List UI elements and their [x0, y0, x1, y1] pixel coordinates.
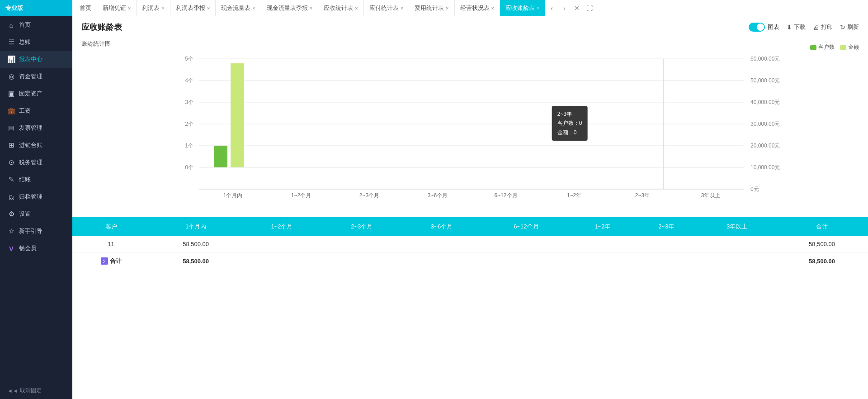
footer-m2-3: [322, 252, 402, 270]
bar-customer-0: [214, 146, 227, 167]
cell-m6-12: [482, 236, 571, 252]
refresh-button[interactable]: ↻ 刷新: [840, 23, 859, 31]
tab-profit-quarter[interactable]: 利润表季报 ×: [170, 0, 216, 16]
sidebar-item-label: 总账: [19, 38, 31, 46]
refresh-label: 刷新: [847, 23, 859, 31]
sidebar-item-label: 结账: [19, 176, 31, 184]
print-button[interactable]: 🖨 打印: [813, 23, 833, 31]
tab-biz-status-close[interactable]: ×: [491, 5, 494, 11]
col-m2-3: 2~3个月: [322, 217, 402, 236]
tab-profit[interactable]: 利润表 ×: [137, 0, 170, 16]
sidebar-item-invoice[interactable]: ▤ 发票管理: [0, 119, 72, 137]
download-button[interactable]: ⬇ 下载: [787, 23, 806, 31]
chart-svg: 5个 4个 3个 2个 1个 0个 60,000.00元 50,000.00元 …: [81, 52, 859, 205]
member-icon: V: [7, 245, 15, 252]
tab-home[interactable]: 首页: [74, 0, 97, 16]
footer-label: ∑ 合计: [72, 252, 150, 270]
tab-voucher[interactable]: 新增凭证 ×: [97, 0, 137, 16]
assets-icon: ▣: [7, 90, 15, 98]
page-header: 应收账龄表 图表 ⬇ 下载 🖨 打印 ↻ 刷新: [72, 16, 868, 36]
sidebar-item-settings[interactable]: ⚙ 设置: [0, 205, 72, 223]
tab-ar-stats[interactable]: 应收统计表 ×: [318, 0, 363, 16]
refresh-icon: ↻: [840, 24, 845, 31]
tab-cashflow-quarter-label: 现金流量表季报: [267, 4, 308, 12]
tab-bar: 首页 新增凭证 × 利润表 × 利润表季报 × 现金流量表 × 现金流量表季报 …: [72, 0, 868, 16]
footer-m3-6: [402, 252, 482, 270]
tab-ap-stats-label: 应付统计表: [369, 4, 399, 12]
col-y2-3: 2~3年: [634, 217, 698, 236]
tab-biz-status[interactable]: 经营状况表 ×: [455, 0, 500, 16]
guide-icon: ☆: [7, 227, 15, 235]
tab-profit-close[interactable]: ×: [161, 5, 164, 11]
chart-svg-wrapper: 5个 4个 3个 2个 1个 0个 60,000.00元 50,000.00元 …: [81, 52, 859, 214]
tab-cashflow-quarter[interactable]: 现金流量表季报 ×: [261, 0, 318, 16]
sidebar-item-tax[interactable]: ⊙ 税务管理: [0, 154, 72, 171]
chart-container: 账龄统计图 客户数 金额 5个 4个 3个 2个 1个: [72, 36, 868, 217]
print-label: 打印: [821, 23, 833, 31]
download-label: 下载: [794, 23, 806, 31]
footer-m1-2: [242, 252, 322, 270]
col-customer: 客户: [72, 217, 150, 236]
sidebar-logo: 专业版: [0, 0, 72, 16]
tab-cashflow-quarter-close[interactable]: ×: [310, 5, 312, 11]
tab-voucher-close[interactable]: ×: [128, 5, 131, 11]
sidebar-item-guide[interactable]: ☆ 新手引导: [0, 223, 72, 240]
sidebar-item-closing[interactable]: ✎ 结账: [0, 171, 72, 188]
sidebar-item-salary[interactable]: 💼 工资: [0, 102, 72, 119]
svg-text:20,000.00元: 20,000.00元: [750, 142, 780, 149]
salary-icon: 💼: [7, 107, 15, 115]
tab-expense-stats-close[interactable]: ×: [446, 5, 448, 11]
legend-amount: 金额: [840, 43, 859, 51]
reports-icon: 📊: [7, 55, 15, 63]
toggle-label: 图表: [768, 23, 779, 31]
cell-m3-6: [402, 236, 482, 252]
sidebar-item-label: 畅会员: [19, 244, 37, 252]
tab-ap-stats-close[interactable]: ×: [401, 5, 403, 11]
chart-title: 账龄统计图: [81, 36, 859, 48]
sidebar-item-stock[interactable]: ⊞ 进销台账: [0, 137, 72, 154]
svg-text:1~2年: 1~2年: [567, 192, 581, 199]
tab-prev-button[interactable]: ‹: [545, 0, 558, 16]
stock-icon: ⊞: [7, 141, 15, 149]
sidebar-item-home[interactable]: ⌂ 首页: [0, 16, 72, 33]
svg-text:1个月内: 1个月内: [223, 192, 243, 199]
tab-expand-button[interactable]: ⛶: [583, 0, 596, 16]
tab-ar-aging-close[interactable]: ×: [537, 5, 539, 11]
sidebar-item-label: 报表中心: [19, 55, 42, 63]
sidebar-item-member[interactable]: V 畅会员: [0, 240, 72, 257]
tab-expense-stats[interactable]: 费用统计表 ×: [409, 0, 454, 16]
sidebar-item-label: 归档管理: [19, 193, 42, 201]
tab-profit-quarter-close[interactable]: ×: [207, 5, 210, 11]
table-row: 11 58,500.00 58,500.00: [72, 236, 868, 252]
col-m1-2: 1~2个月: [242, 217, 322, 236]
footer-m6-12: [482, 252, 571, 270]
footer-m1: 58,500.00: [150, 252, 242, 270]
toggle-track[interactable]: [749, 23, 765, 32]
bar-amount-0: [231, 63, 244, 167]
download-icon: ⬇: [787, 24, 792, 31]
svg-text:4个: 4个: [185, 77, 193, 84]
closing-icon: ✎: [7, 176, 15, 184]
unpin-button[interactable]: ◄◄ 取消固定: [0, 382, 72, 399]
footer-y2-3: [634, 252, 698, 270]
sidebar-item-label: 资金管理: [19, 72, 42, 81]
footer-total: 58,500.00: [776, 252, 868, 270]
tab-ar-stats-close[interactable]: ×: [355, 5, 358, 11]
sidebar-item-label: 设置: [19, 210, 31, 218]
tab-cashflow-close[interactable]: ×: [252, 5, 255, 11]
tab-close-all-button[interactable]: ✕: [571, 0, 583, 16]
svg-text:5个: 5个: [185, 56, 193, 62]
tab-voucher-label: 新增凭证: [103, 4, 126, 12]
sidebar-item-archive[interactable]: 🗂 归档管理: [0, 188, 72, 205]
sidebar-item-ledger[interactable]: ☰ 总账: [0, 33, 72, 51]
tab-ap-stats[interactable]: 应付统计表 ×: [364, 0, 409, 16]
sidebar-item-reports[interactable]: 📊 报表中心: [0, 51, 72, 68]
sidebar-item-label: 工资: [19, 107, 31, 115]
chart-toggle[interactable]: 图表: [749, 23, 779, 32]
tab-next-button[interactable]: ›: [558, 0, 571, 16]
print-icon: 🖨: [813, 24, 819, 31]
tab-ar-aging[interactable]: 应收账龄表 ×: [500, 0, 545, 16]
sidebar-item-funds[interactable]: ◎ 资金管理: [0, 68, 72, 85]
sidebar-item-assets[interactable]: ▣ 固定资产: [0, 85, 72, 102]
tab-cashflow[interactable]: 现金流量表 ×: [216, 0, 261, 16]
